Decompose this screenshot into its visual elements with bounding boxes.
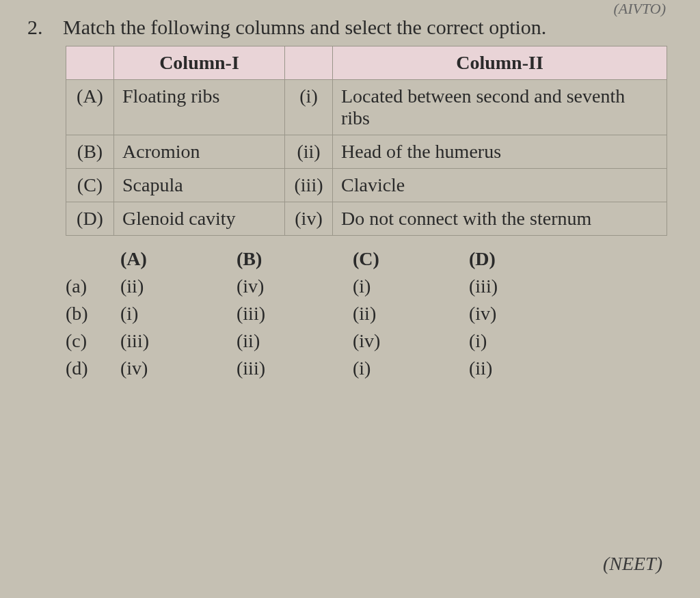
options-wrap: (A) (B) (C) (D) (a) (ii) (iv) (i) (iii) … <box>66 248 673 379</box>
options-header-A: (A) <box>120 248 237 270</box>
row-col1-A: Floating ribs <box>114 79 285 135</box>
option-row-c[interactable]: (c) (iii) (ii) (iv) (i) <box>66 330 673 352</box>
row-col2-i: Located between second and seventh ribs <box>333 79 667 135</box>
table-row: (B) Acromion (ii) Head of the humerus <box>66 135 667 168</box>
option-a-D: (iii) <box>469 275 585 297</box>
header-fragment: (AIVTO) <box>613 0 666 18</box>
option-b-A: (i) <box>120 303 237 325</box>
option-label-d: (d) <box>66 357 120 379</box>
match-table-wrap: Column-I Column-II (A) Floating ribs (i)… <box>66 46 673 236</box>
blank-header-2 <box>285 46 333 79</box>
option-row-a[interactable]: (a) (ii) (iv) (i) (iii) <box>66 275 673 297</box>
option-a-C: (i) <box>353 275 469 297</box>
option-a-B: (iv) <box>237 275 353 297</box>
option-c-D: (i) <box>469 330 585 352</box>
option-b-D: (iv) <box>469 303 585 325</box>
row-marker-iii: (iii) <box>285 168 333 202</box>
question-row: 2. Match the following columns and selec… <box>27 14 673 42</box>
row-marker-B: (B) <box>66 135 114 168</box>
option-row-d[interactable]: (d) (iv) (iii) (i) (ii) <box>66 357 673 379</box>
option-label-a: (a) <box>66 275 120 297</box>
options-header-row: (A) (B) (C) (D) <box>66 248 673 270</box>
table-header-row: Column-I Column-II <box>66 46 667 79</box>
option-d-A: (iv) <box>120 357 237 379</box>
option-b-B: (iii) <box>237 303 353 325</box>
row-col2-iv: Do not connect with the sternum <box>333 202 667 235</box>
column-1-header: Column-I <box>114 46 285 79</box>
row-col2-iii: Clavicle <box>333 168 667 202</box>
question-text: Match the following columns and select t… <box>63 14 546 42</box>
match-table: Column-I Column-II (A) Floating ribs (i)… <box>66 46 667 236</box>
option-a-A: (ii) <box>120 275 237 297</box>
option-d-C: (i) <box>353 357 469 379</box>
table-row: (D) Glenoid cavity (iv) Do not connect w… <box>66 202 667 235</box>
row-marker-iv: (iv) <box>285 202 333 235</box>
source-tag: (NEET) <box>603 553 662 575</box>
options-header-B: (B) <box>237 248 353 270</box>
question-number: 2. <box>27 16 63 39</box>
blank-header-1 <box>66 46 114 79</box>
option-d-B: (iii) <box>237 357 353 379</box>
row-marker-ii: (ii) <box>285 135 333 168</box>
table-row: (C) Scapula (iii) Clavicle <box>66 168 667 202</box>
option-c-C: (iv) <box>353 330 469 352</box>
row-col2-ii: Head of the humerus <box>333 135 667 168</box>
options-header-blank <box>66 248 120 270</box>
option-label-b: (b) <box>66 303 120 325</box>
row-marker-C: (C) <box>66 168 114 202</box>
table-row: (A) Floating ribs (i) Located between se… <box>66 79 667 135</box>
options-header-D: (D) <box>469 248 585 270</box>
option-row-b[interactable]: (b) (i) (iii) (ii) (iv) <box>66 303 673 325</box>
options-header-C: (C) <box>353 248 469 270</box>
option-label-c: (c) <box>66 330 120 352</box>
column-2-header: Column-II <box>333 46 667 79</box>
row-col1-B: Acromion <box>114 135 285 168</box>
row-col1-C: Scapula <box>114 168 285 202</box>
option-b-C: (ii) <box>353 303 469 325</box>
row-marker-A: (A) <box>66 79 114 135</box>
option-c-B: (ii) <box>237 330 353 352</box>
row-marker-i: (i) <box>285 79 333 135</box>
row-marker-D: (D) <box>66 202 114 235</box>
option-c-A: (iii) <box>120 330 237 352</box>
option-d-D: (ii) <box>469 357 585 379</box>
row-col1-D: Glenoid cavity <box>114 202 285 235</box>
